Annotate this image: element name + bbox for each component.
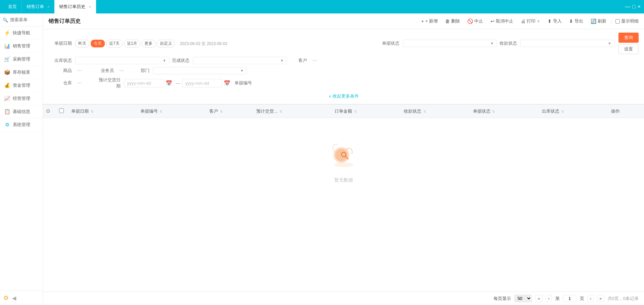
filter-area: 单据日期 昨天 今天 近7天 近1月 更多 自定义 2023-06-02 至 2… [43, 29, 644, 104]
payment-filter-select[interactable]: ▼ [520, 40, 614, 47]
tab-sales-order[interactable]: 销售订单 × [22, 0, 54, 13]
sidebar-search[interactable]: 🔍 搜索菜单 [0, 13, 43, 27]
empty-illustration [327, 138, 360, 172]
sales-mgmt-icon: 📊 [4, 43, 10, 49]
table-settings-icon[interactable]: ⚙ [46, 108, 50, 114]
warehouse-filter-dots[interactable]: ··· [75, 80, 84, 86]
prev-page-btn[interactable]: ‹ [546, 295, 552, 302]
table-area: ⚙ 单据日期 ⇅ 单据编号 ⇅ [43, 104, 644, 292]
first-page-btn[interactable]: « [535, 295, 542, 302]
content-area: 销售订单历史 + + 新增 🗑 删除 🚫 中止 ↩ 取消中止 [43, 13, 644, 305]
date-btn-7days[interactable]: 近7天 [106, 40, 123, 47]
date-btn-yesterday[interactable]: 昨天 [75, 40, 89, 47]
th-amount[interactable]: 订单金额 ⇅ [332, 105, 401, 118]
sidebar-item-quick-nav[interactable]: ⚡ 快捷导航 [0, 27, 43, 40]
search-icon: 🔍 [3, 17, 8, 23]
display-toggle[interactable]: 显示明细 [615, 18, 639, 24]
delivery-date-end[interactable] [182, 79, 222, 87]
th-date[interactable]: 单据日期 ⇅ [69, 105, 138, 118]
page-prefix-label: 第 [555, 296, 560, 302]
sidebar-setting-icon[interactable]: ⚙ [3, 294, 9, 302]
filter-row-4: 仓库 ··· 预计交货日期 📅 — 📅 单据编号 [48, 77, 639, 89]
date-sort-icon: ⇅ [91, 110, 93, 113]
sidebar-collapse-icon[interactable]: ◀ [12, 295, 16, 301]
refresh-button[interactable]: 🔄 刷新 [589, 17, 608, 26]
page-input[interactable] [563, 295, 576, 302]
delivery-calendar-end[interactable]: 📅 [222, 80, 232, 86]
display-toggle-checkbox[interactable] [615, 19, 620, 24]
goods-filter-dots[interactable]: ··· [75, 68, 84, 74]
basic-info-icon: 📋 [4, 109, 10, 115]
th-docnum[interactable]: 单据编号 ⇅ [138, 105, 207, 118]
query-button[interactable]: 查询 [618, 33, 639, 43]
status-filter-select[interactable]: ▼ [403, 40, 497, 47]
docnum-sort-icon: ⇅ [160, 110, 162, 113]
sidebar-item-finance[interactable]: 💰 资金管理 [0, 79, 43, 92]
th-outbound-status[interactable]: 出库状态 ⇅ [539, 105, 608, 118]
date-range-text: 2023-06-02 至 2023-06-02 [180, 41, 227, 47]
per-page-select[interactable]: 50 10 20 100 [514, 295, 532, 302]
print-icon: 🖨 [521, 18, 525, 24]
amount-sort-icon: ⇅ [354, 110, 357, 113]
tab-home[interactable]: 首页 [3, 0, 22, 13]
delivery-date-start[interactable] [124, 79, 164, 87]
total-info: 共0页，0条记录 [608, 296, 639, 302]
import-icon: ⬆ [548, 18, 552, 24]
delivery-calendar-start[interactable]: 📅 [164, 80, 174, 86]
payment-status-sort-icon: ⇅ [423, 110, 426, 113]
collapse-button[interactable]: ∧ 收起更多条件 [48, 92, 639, 101]
cancel-stop-button[interactable]: ↩ 取消中止 [488, 17, 515, 26]
cancel-stop-icon: ↩ [490, 18, 495, 24]
tab-sales-history-close[interactable]: × [89, 5, 91, 9]
sidebar-item-operations[interactable]: 📈 经营管理 [0, 92, 43, 105]
last-page-btn[interactable]: » [597, 295, 604, 302]
import-button[interactable]: ⬆ 导入 [546, 17, 564, 26]
delete-button[interactable]: 🗑 删除 [443, 17, 462, 26]
operations-icon: 📈 [4, 96, 10, 102]
th-customer[interactable]: 客户 ⇅ [207, 105, 254, 118]
th-payment-status[interactable]: 收款状态 ⇅ [401, 105, 470, 118]
filter-row-2: 出库状态 ▼ 完成状态 ▼ 客户 ··· [48, 57, 639, 64]
outbound-filter-select[interactable]: ▼ [75, 57, 169, 64]
date-quick-buttons: 昨天 今天 近7天 近1月 更多 自定义 [75, 40, 175, 47]
sidebar-item-basic-info[interactable]: 📋 基础信息 [0, 105, 43, 118]
date-btn-more[interactable]: 更多 [141, 40, 156, 47]
set-button[interactable]: 设置 [618, 44, 639, 54]
sidebar-item-sales-mgmt[interactable]: 📊 销售管理 [0, 40, 43, 53]
th-doc-status[interactable]: 单据状态 ⇅ [470, 105, 540, 118]
print-button[interactable]: 🖨 打印 ▼ [519, 17, 542, 26]
select-all-checkbox[interactable] [59, 108, 64, 113]
date-btn-custom[interactable]: 自定义 [157, 40, 175, 47]
maximize-btn[interactable]: □ [632, 4, 636, 10]
date-btn-1month[interactable]: 近1月 [124, 40, 140, 47]
th-checkbox [56, 105, 69, 118]
sidebar-item-inventory[interactable]: 📦 库存核算 [0, 66, 43, 79]
main-layout: 🔍 搜索菜单 ⚡ 快捷导航 📊 销售管理 🛒 采购管理 📦 库存核算 💰 资金管… [0, 13, 644, 305]
customer-filter-label: 客户 [287, 58, 310, 64]
finance-icon: 💰 [4, 82, 10, 88]
dept-filter-select[interactable]: ▼ [153, 67, 247, 74]
tab-sales-order-close[interactable]: × [47, 5, 49, 9]
customer-filter-dots[interactable]: ··· [310, 58, 319, 64]
minimize-btn[interactable]: — [625, 4, 630, 10]
new-button[interactable]: + + 新增 [419, 17, 440, 26]
outbound-filter-label: 出库状态 [48, 58, 75, 64]
sidebar-item-sys-mgmt[interactable]: ⚙ 系统管理 [0, 118, 43, 131]
new-icon: + [421, 18, 424, 24]
sidebar-bottom: ⚙ ◀ [0, 291, 43, 305]
tab-sales-history[interactable]: 销售订单历史 × [54, 0, 96, 13]
close-btn[interactable]: × [638, 4, 641, 10]
page-suffix-label: 页 [580, 296, 584, 302]
salesperson-filter-dots[interactable]: ··· [117, 68, 126, 74]
stop-button[interactable]: 🚫 中止 [465, 17, 485, 26]
page-header: 销售订单历史 + + 新增 🗑 删除 🚫 中止 ↩ 取消中止 [43, 13, 644, 29]
sidebar-item-purchase-mgmt[interactable]: 🛒 采购管理 [0, 53, 43, 66]
th-delivery[interactable]: 预计交货... ⇅ [254, 105, 332, 118]
next-page-btn[interactable]: › [588, 295, 594, 302]
date-btn-today[interactable]: 今天 [91, 40, 105, 47]
delivery-dash: — [174, 81, 182, 86]
window-controls: — □ × [625, 4, 641, 10]
complete-filter-select[interactable]: ▼ [193, 57, 287, 64]
export-button[interactable]: ⬇ 导出 [567, 17, 585, 26]
doc-status-sort-icon: ⇅ [492, 110, 495, 113]
